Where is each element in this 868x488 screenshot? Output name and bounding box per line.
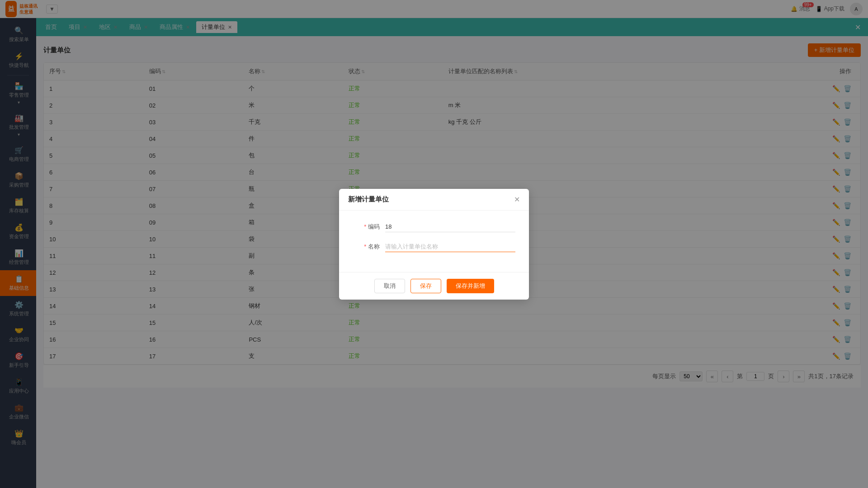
modal-overlay: 新增计量单位 ✕ 编码 名称 取消 保存 保存并新增 [0, 0, 868, 488]
add-measure-unit-modal: 新增计量单位 ✕ 编码 名称 取消 保存 保存并新增 [339, 189, 529, 300]
code-form-row: 编码 [353, 221, 515, 232]
name-label: 名称 [353, 243, 380, 251]
modal-title: 新增计量单位 [348, 195, 389, 204]
save-button[interactable]: 保存 [410, 279, 441, 293]
modal-close-btn[interactable]: ✕ [514, 195, 520, 204]
code-label: 编码 [353, 223, 380, 231]
save-and-new-button[interactable]: 保存并新增 [447, 279, 494, 293]
name-form-row: 名称 [353, 241, 515, 252]
code-input[interactable] [385, 221, 515, 232]
modal-header: 新增计量单位 ✕ [339, 189, 529, 211]
cancel-button[interactable]: 取消 [374, 279, 405, 293]
modal-body: 编码 名称 [339, 211, 529, 272]
modal-footer: 取消 保存 保存并新增 [339, 272, 529, 300]
name-input[interactable] [385, 241, 515, 252]
